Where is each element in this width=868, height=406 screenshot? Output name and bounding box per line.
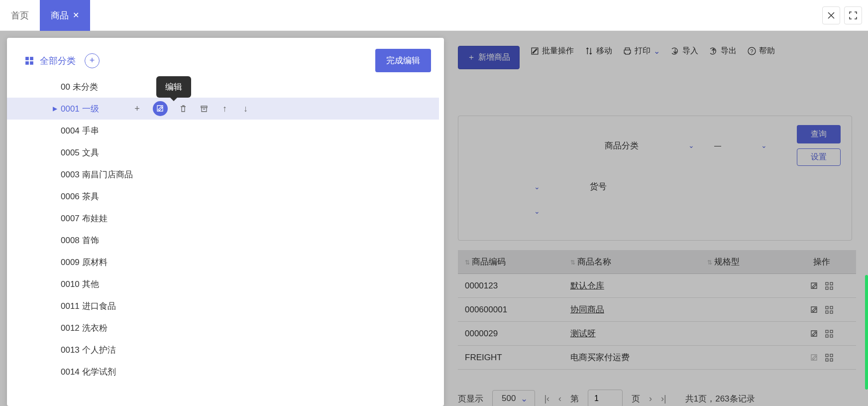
add-category-button[interactable]: +: [85, 53, 100, 68]
finish-label: 完成编辑: [386, 56, 420, 65]
category-title[interactable]: 全部分类 +: [25, 53, 100, 68]
tab-product[interactable]: 商品 ✕: [40, 0, 90, 31]
category-tree[interactable]: 00 未分类▶0001 一级+↑↓0004 手串0005 文具0003 南昌门店…: [7, 76, 439, 406]
top-bar: 首页 商品 ✕: [0, 0, 868, 31]
accent-bar: [865, 275, 868, 390]
grid-icon: [25, 56, 34, 65]
tree-item-label: 0005 文具: [61, 147, 99, 158]
tree-item-label: 0009 原材料: [61, 257, 108, 268]
tree-item-label: 0011 进口食品: [61, 300, 116, 312]
tree-item[interactable]: 0014 化学试剂: [7, 361, 439, 383]
tree-item-actions: +↑↓: [132, 101, 251, 116]
tree-item[interactable]: 0007 布娃娃: [7, 207, 439, 229]
svg-rect-20: [25, 61, 29, 65]
fullscreen-icon: [849, 11, 857, 19]
tree-item-label: 0006 茶具: [61, 191, 99, 202]
category-panel: 全部分类 + 完成编辑 00 未分类▶0001 一级+↑↓0004 手串0005…: [7, 38, 444, 406]
tree-item[interactable]: 0011 进口食品: [7, 295, 439, 317]
tab-product-label: 商品: [51, 9, 69, 21]
fullscreen-button[interactable]: [844, 6, 862, 24]
edit-icon[interactable]: [153, 101, 168, 116]
svg-rect-18: [25, 57, 29, 60]
tree-item-label: 0007 布娃娃: [61, 213, 108, 224]
tree-item[interactable]: 0013 个人护洁: [7, 339, 439, 361]
arrow-up-icon[interactable]: ↑: [219, 104, 230, 114]
tree-item[interactable]: 00 未分类: [7, 76, 439, 98]
tree-item[interactable]: 0008 首饰: [7, 229, 439, 251]
tree-item-label: 0012 洗衣粉: [61, 322, 108, 334]
tree-item[interactable]: 0010 其他: [7, 273, 439, 295]
close-window-button[interactable]: [822, 6, 840, 24]
tree-item[interactable]: 0004 手串: [7, 120, 439, 141]
finish-edit-button[interactable]: 完成编辑: [375, 49, 431, 72]
svg-rect-21: [30, 61, 33, 65]
tree-item-label: 0013 个人护洁: [61, 344, 116, 356]
tree-item-label: 0004 手串: [61, 125, 99, 136]
close-icon: [827, 11, 835, 19]
archive-icon[interactable]: [199, 105, 210, 113]
window-controls: [822, 6, 862, 24]
tree-item[interactable]: 0003 南昌门店商品: [7, 163, 439, 185]
main-area: ＋ 新增商品 批量操作 移动 打印 ⌄ 导入 导出: [0, 31, 868, 406]
tree-item-label: 0014 化学试剂: [61, 366, 116, 378]
caret-icon: ▶: [53, 105, 57, 112]
panel-header: 全部分类 + 完成编辑: [7, 38, 444, 78]
delete-icon[interactable]: [178, 105, 189, 113]
svg-rect-19: [30, 57, 33, 60]
tooltip: 编辑: [156, 76, 191, 98]
tree-item-label: 0003 南昌门店商品: [61, 169, 133, 180]
tree-item-label: 0008 首饰: [61, 235, 99, 246]
tree-item[interactable]: 0006 茶具: [7, 185, 439, 207]
tree-item[interactable]: 0005 文具: [7, 141, 439, 163]
tree-item[interactable]: ▶0001 一级+↑↓: [7, 98, 439, 120]
tree-item[interactable]: 0009 原材料: [7, 251, 439, 273]
close-icon[interactable]: ✕: [73, 10, 79, 20]
tooltip-text: 编辑: [165, 82, 182, 92]
tab-home-label: 首页: [11, 9, 29, 21]
tree-item-label: 00 未分类: [61, 81, 98, 93]
category-title-text: 全部分类: [40, 55, 76, 67]
tree-item-label: 0001 一级: [61, 103, 99, 115]
tabs: 首页 商品 ✕: [0, 0, 90, 31]
add-child-icon[interactable]: +: [132, 104, 143, 114]
tree-item[interactable]: 0012 洗衣粉: [7, 317, 439, 339]
arrow-down-icon[interactable]: ↓: [240, 104, 251, 114]
tab-home[interactable]: 首页: [0, 0, 40, 31]
tree-item-label: 0010 其他: [61, 278, 99, 290]
